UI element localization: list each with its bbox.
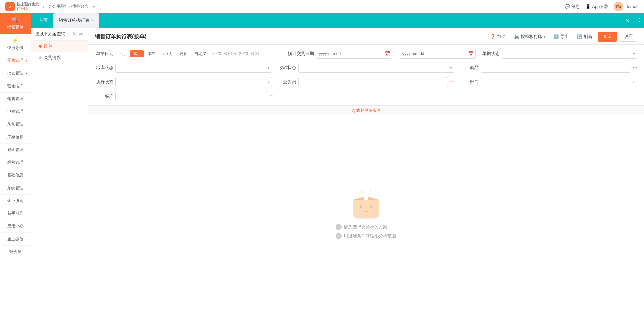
sidebar-item-wechat[interactable]: 企业微信 <box>0 233 31 246</box>
svg-line-5 <box>369 190 371 194</box>
empty-step-1: 1 请先选择要分析的方案 <box>336 224 396 230</box>
single-status-select[interactable] <box>502 49 637 59</box>
query-button[interactable]: 查询 <box>598 32 617 42</box>
tab-close-icon[interactable]: × <box>91 18 94 22</box>
search-icon: 🔍 <box>12 17 19 23</box>
header-right: 💬 消息 📱 App下载 Ea demo2 <box>565 2 639 11</box>
goods-more-icon[interactable]: ··· <box>633 65 637 71</box>
filter-goods: 商品 ··· <box>460 63 637 73</box>
left-panel-actions: + ✎ ≪ <box>67 31 84 37</box>
delivery-date-start[interactable] <box>316 49 392 59</box>
date-label: 单据日期 <box>95 51 113 57</box>
salesman-input[interactable] <box>298 77 448 87</box>
message-action[interactable]: 💬 消息 <box>565 4 580 10</box>
app-download-action[interactable]: 📱 App下载 <box>585 4 608 10</box>
calendar-end-icon[interactable]: 📅 <box>468 51 474 56</box>
tab-maximize-icon[interactable]: ⛶ <box>633 16 641 25</box>
download-icon: 📱 <box>585 4 591 9</box>
sidebar-item-ecommerce[interactable]: 电商管理 <box>0 105 31 118</box>
scheme-active-dot <box>39 45 42 48</box>
print-button[interactable]: 🖨️ 按模板打印 ▾ <box>511 32 548 41</box>
breadcrumb-item: 办公用品行业模拟账套 <box>48 4 89 9</box>
sidebar: 🔍 搜索菜单 ⚡ 快捷导航 零售管理 批发管理 营销推广 销售管理 电商管理 采… <box>0 13 31 310</box>
collapse-filter-button[interactable]: ⋀ 收起更多条件 <box>88 105 644 115</box>
sidebar-quick-nav[interactable]: ⚡ 快捷导航 <box>0 34 31 54</box>
salesman-more-icon[interactable]: ··· <box>450 79 454 85</box>
settings-button[interactable]: 设置 <box>620 32 637 42</box>
dept-label: 部门 <box>460 79 479 85</box>
tag-last-7days[interactable]: 近7天 <box>160 50 175 57</box>
refresh-button[interactable]: 🔄 刷新 <box>574 32 595 41</box>
empty-icon-area <box>346 187 386 220</box>
sidebar-item-enterprise[interactable]: 企业协同 <box>0 195 31 207</box>
help-button[interactable]: ❓ 帮助 <box>487 32 508 41</box>
exec-status-label: 执行状态 <box>95 79 113 85</box>
tab-bar-actions: ✕ ⛶ <box>624 16 641 25</box>
header-left: 畅捷通好生意 标准版 › 办公用品行业模拟账套 ▾ <box>5 2 96 11</box>
delivery-date-start-wrap: 📅 <box>316 49 392 59</box>
collapse-panel-button[interactable]: ≪ <box>78 31 84 37</box>
filter-dept: 部门 ▾ <box>460 77 637 87</box>
out-status-select[interactable] <box>115 63 272 73</box>
edit-scheme-button[interactable]: ✎ <box>72 32 76 36</box>
content-area: 首页 销售订单执行表 × ✕ ⛶ 按以下方案查询 + ✎ ≪ <box>31 13 644 310</box>
single-status-label: 单据状态 <box>481 51 500 57</box>
right-content: 销售订单执行表(按单) ❓ 帮助 🖨️ 按模板打印 ▾ ⬆️ <box>88 28 644 310</box>
sidebar-item-finance[interactable]: 资金管理 <box>0 144 31 156</box>
sidebar-item-retail[interactable]: 零售管理 <box>0 54 31 67</box>
customer-label: 客户 <box>95 93 113 99</box>
sidebar-item-appstore[interactable]: 应用中心 <box>0 220 31 233</box>
expected-delivery-range: 📅 — 📅 <box>316 49 476 59</box>
step-1-num: 1 <box>336 224 342 230</box>
tag-this-year[interactable]: 本年 <box>145 50 158 57</box>
sidebar-item-marketing[interactable]: 营销推广 <box>0 80 31 93</box>
calendar-start-icon[interactable]: 📅 <box>384 51 390 56</box>
customer-more-icon[interactable]: ··· <box>269 93 274 99</box>
scheme-item-欠货情况[interactable]: 欠货情况 <box>31 52 88 63</box>
filter-salesman: 业务员 ··· <box>277 77 455 87</box>
svg-rect-2 <box>353 200 379 217</box>
sidebar-search-menu[interactable]: 🔍 搜索菜单 <box>0 13 31 34</box>
tag-more[interactable]: 更多 <box>177 50 190 57</box>
svg-point-7 <box>370 205 372 208</box>
sidebar-item-system[interactable]: 系统管理 <box>0 182 31 195</box>
tag-custom[interactable]: 自定义 <box>192 50 209 57</box>
tab-home[interactable]: 首页 <box>34 13 53 28</box>
exec-status-select[interactable] <box>115 77 272 87</box>
empty-illustration <box>346 187 386 220</box>
page-container: 按以下方案查询 + ✎ ≪ 按单 欠货情况 <box>31 28 644 310</box>
sidebar-item-newbie[interactable]: 新手引导 <box>0 207 31 220</box>
sidebar-item-wholesale[interactable]: 批发管理 <box>0 67 31 80</box>
add-scheme-button[interactable]: + <box>67 31 70 37</box>
user-profile[interactable]: Ea demo2 <box>614 2 639 11</box>
export-icon: ⬆️ <box>553 34 559 39</box>
avatar: Ea <box>614 2 623 11</box>
payment-status-wrapper: ▾ <box>298 63 455 73</box>
single-status-select-wrapper: ▾ <box>502 49 637 59</box>
export-button[interactable]: ⬆️ 导出 <box>551 32 572 41</box>
scheme-item-按单[interactable]: 按单 <box>31 41 88 52</box>
goods-label: 商品 <box>460 65 479 71</box>
sidebar-item-operations[interactable]: 经营管理 <box>0 156 31 169</box>
sidebar-item-sales[interactable]: 销售管理 <box>0 93 31 105</box>
tab-bar: 首页 销售订单执行表 × ✕ ⛶ <box>31 13 644 28</box>
breadcrumb-dropdown-icon[interactable]: ▾ <box>93 4 95 9</box>
tab-sales-execution[interactable]: 销售订单执行表 × <box>53 13 99 28</box>
delivery-date-end[interactable] <box>399 49 475 59</box>
filter-payment-status: 收款状态 ▾ <box>277 63 455 73</box>
help-icon: ❓ <box>490 34 496 39</box>
tag-last-month[interactable]: 上月 <box>115 50 129 57</box>
dept-select[interactable] <box>481 77 637 87</box>
tab-close-window-icon[interactable]: ✕ <box>624 16 631 25</box>
payment-status-label: 收款状态 <box>277 65 296 71</box>
sidebar-item-basic[interactable]: 基础信息 <box>0 169 31 182</box>
filter-expected-delivery: 预计交货日期 📅 — 📅 <box>288 49 476 59</box>
goods-input[interactable] <box>481 63 631 73</box>
tag-this-month[interactable]: 本月 <box>130 50 144 57</box>
sidebar-item-inventory[interactable]: 库存核算 <box>0 131 31 144</box>
payment-status-select[interactable] <box>298 63 455 73</box>
empty-step-2: 2 用过滤条件来缩小分析范围 <box>336 233 396 239</box>
sidebar-item-purchase[interactable]: 采购管理 <box>0 118 31 131</box>
customer-input[interactable] <box>115 91 267 101</box>
sidebar-item-member[interactable]: 畅会员 <box>0 246 31 258</box>
